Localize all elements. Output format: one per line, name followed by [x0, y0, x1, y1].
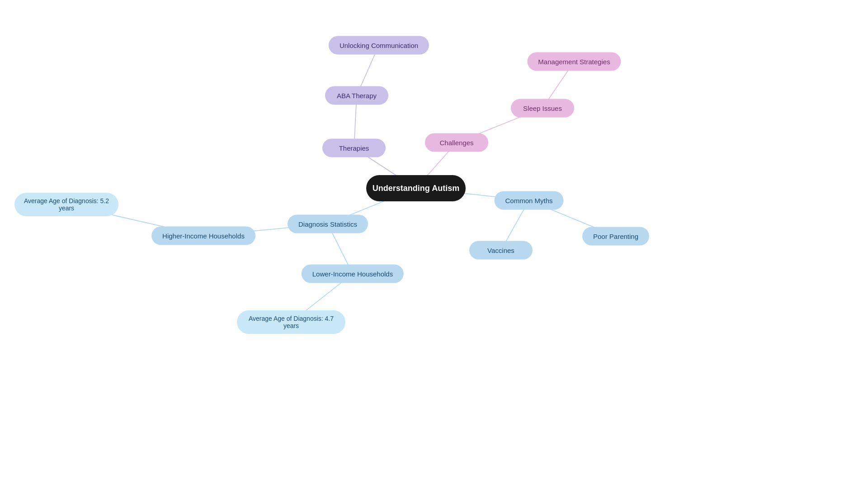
node-common-myths[interactable]: Common Myths	[494, 191, 563, 210]
node-lower-income[interactable]: Lower-Income Households	[302, 265, 404, 283]
vaccines-label: Vaccines	[487, 247, 514, 254]
node-poor-parenting[interactable]: Poor Parenting	[582, 227, 649, 246]
node-aba-therapy[interactable]: ABA Therapy	[325, 86, 388, 105]
node-avg-age-high[interactable]: Average Age of Diagnosis: 5.2 years	[14, 193, 118, 216]
node-center[interactable]: Understanding Autism	[366, 175, 466, 201]
therapies-label: Therapies	[339, 144, 369, 152]
node-therapies[interactable]: Therapies	[322, 139, 386, 157]
poor-parenting-label: Poor Parenting	[593, 233, 638, 240]
diagnosis-statistics-label: Diagnosis Statistics	[298, 220, 357, 228]
avg-age-low-label: Average Age of Diagnosis: 4.7 years	[246, 315, 336, 329]
node-management-strategies[interactable]: Management Strategies	[527, 52, 621, 71]
common-myths-label: Common Myths	[505, 197, 552, 205]
challenges-label: Challenges	[439, 139, 473, 147]
lower-income-label: Lower-Income Households	[312, 270, 393, 278]
management-strategies-label: Management Strategies	[538, 58, 610, 66]
node-vaccines[interactable]: Vaccines	[469, 241, 533, 260]
aba-therapy-label: ABA Therapy	[337, 92, 377, 100]
mind-map: Understanding Autism Unlocking Communica…	[0, 0, 868, 490]
node-higher-income[interactable]: Higher-Income Households	[151, 227, 255, 245]
node-avg-age-low[interactable]: Average Age of Diagnosis: 4.7 years	[237, 310, 345, 334]
unlocking-communication-label: Unlocking Communication	[340, 42, 418, 49]
higher-income-label: Higher-Income Households	[162, 232, 245, 240]
center-label: Understanding Autism	[373, 184, 459, 193]
node-unlocking-communication[interactable]: Unlocking Communication	[329, 36, 429, 55]
node-diagnosis-statistics[interactable]: Diagnosis Statistics	[288, 215, 368, 233]
avg-age-high-label: Average Age of Diagnosis: 5.2 years	[24, 197, 109, 212]
connections-svg	[0, 0, 868, 490]
node-challenges[interactable]: Challenges	[425, 133, 488, 152]
sleep-issues-label: Sleep Issues	[523, 105, 562, 112]
node-sleep-issues[interactable]: Sleep Issues	[511, 99, 574, 118]
